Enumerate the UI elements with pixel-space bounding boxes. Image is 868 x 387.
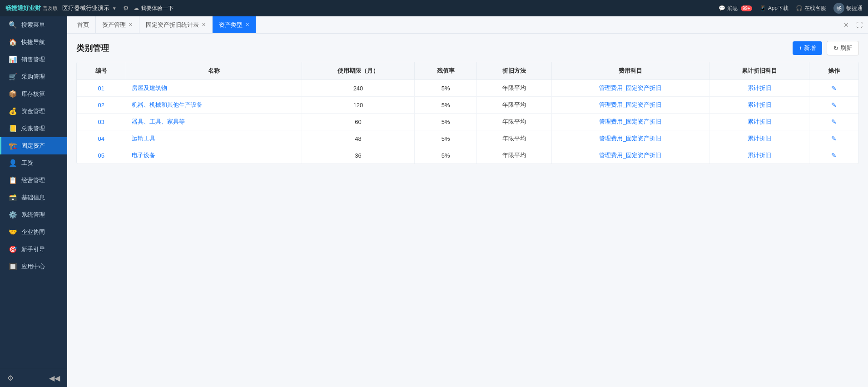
cell-period: 60 [302,114,414,130]
cell-action[interactable]: ✎ [809,130,858,147]
page-header: 类别管理 + 新增 ↻ 刷新 [76,41,859,55]
cell-code: 03 [77,114,126,130]
sidebar-item-operation[interactable]: 📋经营管理 [0,172,67,189]
cell-accum: 累计折旧 [709,114,809,130]
sidebar-item-sales[interactable]: 📊销售管理 [0,51,67,68]
tab-bar: 首页资产管理✕固定资产折旧统计表✕资产类型✕ ✕ ⛶ [67,16,868,34]
tab-label: 首页 [77,21,89,29]
header-actions: + 新增 ↻ 刷新 [793,41,859,55]
page-content: 类别管理 + 新增 ↻ 刷新 编号名称使用期限（月）残值率折旧方法费用科目累计折… [67,34,868,387]
cell-action[interactable]: ✎ [809,97,858,114]
cell-action[interactable]: ✎ [809,114,858,130]
cell-residual: 5% [415,114,477,130]
sidebar-item-label: 搜索菜单 [21,21,45,29]
sidebar-item-enterprise[interactable]: 🤝企业协同 [0,223,67,241]
chevron-down-icon: ▼ [112,6,117,11]
cell-accum: 累计折旧 [709,147,809,164]
trial-button[interactable]: ☁ 我要体验一下 [134,5,174,12]
tab-label: 资产管理 [102,21,126,29]
sidebar-item-funds[interactable]: 💰资金管理 [0,103,67,120]
cell-method: 年限平均 [477,97,552,114]
sidebar-item-guide[interactable]: 🎯新手引导 [0,241,67,258]
cell-method: 年限平均 [477,114,552,130]
cell-accum: 累计折旧 [709,80,809,97]
cell-code: 04 [77,130,126,147]
edit-icon[interactable]: ✎ [831,118,837,125]
sidebar-item-label: 库存核算 [21,90,45,98]
table-row: 01 房屋及建筑物 240 5% 年限平均 管理费用_固定资产折旧 累计折旧 ✎ [77,80,858,97]
topbar: 畅捷通好业财 普及版 医疗器械行业演示 ▼ ⚙ ☁ 我要体验一下 💬 消息 99… [0,0,868,16]
sales-icon: 📊 [9,55,17,64]
customer-service-button[interactable]: 🎧 在线客服 [796,5,826,12]
settings-icon[interactable]: ⚙ [123,5,129,12]
fixed-assets-icon: 🏗️ [9,142,17,150]
tab-bar-actions: ✕ ⛶ [842,20,864,30]
table-row: 03 器具、工具、家具等 60 5% 年限平均 管理费用_固定资产折旧 累计折旧… [77,114,858,130]
cell-action[interactable]: ✎ [809,147,858,164]
sidebar-item-basic-info[interactable]: 🗃️基础信息 [0,189,67,206]
search-icon: 🔍 [9,21,17,29]
edit-icon[interactable]: ✎ [831,135,837,142]
messages-button[interactable]: 💬 消息 99+ [719,5,752,12]
tab-close-icon[interactable]: ✕ [245,22,249,28]
cell-action[interactable]: ✎ [809,80,858,97]
cell-code: 02 [77,97,126,114]
cell-expense: 管理费用_固定资产折旧 [551,114,709,130]
enterprise-icon: 🤝 [9,228,17,236]
sidebar-item-app-center[interactable]: 🔲应用中心 [0,258,67,275]
sidebar-settings-icon[interactable]: ⚙ [7,374,14,382]
cell-method: 年限平均 [477,130,552,147]
basic-info-icon: 🗃️ [9,194,17,202]
column-header: 累计折旧科目 [709,62,809,80]
column-header: 折旧方法 [477,62,552,80]
edit-icon[interactable]: ✎ [831,84,837,92]
sidebar-item-inventory[interactable]: 📦库存核算 [0,85,67,103]
data-table: 编号名称使用期限（月）残值率折旧方法费用科目累计折旧科目操作 01 房屋及建筑物… [76,62,859,164]
tab-depreciation-table[interactable]: 固定资产折旧统计表✕ [139,16,213,33]
sidebar-item-purchase[interactable]: 🛒采购管理 [0,68,67,85]
headset-icon: 🎧 [796,5,803,11]
edit-icon[interactable]: ✎ [831,101,837,109]
sidebar-item-system[interactable]: ⚙️系统管理 [0,206,67,223]
tab-label: 资产类型 [219,21,243,29]
column-header: 操作 [809,62,858,80]
sidebar-item-label: 工资 [21,159,33,167]
app-logo: 畅捷通好业财 普及版 [5,4,58,12]
cell-name: 器具、工具、家具等 [126,114,302,130]
content-area: 首页资产管理✕固定资产折旧统计表✕资产类型✕ ✕ ⛶ 类别管理 + 新增 ↻ 刷… [67,16,868,387]
cell-method: 年限平均 [477,147,552,164]
sidebar-item-label: 企业协同 [21,228,45,236]
maximize-icon[interactable]: ⛶ [854,20,864,30]
tab-asset-type[interactable]: 资产类型✕ [213,16,256,33]
ledger-icon: 📒 [9,124,17,133]
tab-home[interactable]: 首页 [71,16,96,33]
sidebar-item-payroll[interactable]: 👤工资 [0,154,67,172]
refresh-button[interactable]: ↻ 刷新 [827,41,859,55]
edit-icon[interactable]: ✎ [831,152,837,159]
cell-residual: 5% [415,130,477,147]
sidebar-item-label: 系统管理 [21,211,45,219]
cell-expense: 管理费用_固定资产折旧 [551,147,709,164]
new-button[interactable]: + 新增 [793,41,822,55]
app-download-button[interactable]: 📱 App下载 [759,5,789,12]
tab-close-icon[interactable]: ✕ [202,22,206,28]
close-tab-icon[interactable]: ✕ [842,20,851,30]
column-header: 使用期限（月） [302,62,414,80]
sidebar-item-ledger[interactable]: 📒总账管理 [0,120,67,137]
company-selector[interactable]: 医疗器械行业演示 ▼ [62,4,117,12]
sidebar-item-quick-nav[interactable]: 🏠快捷导航 [0,34,67,51]
sidebar-collapse-icon[interactable]: ◀◀ [49,374,60,382]
cell-name: 运输工具 [126,130,302,147]
tab-asset-mgmt[interactable]: 资产管理✕ [96,16,139,33]
sidebar-item-label: 新手引导 [21,245,45,253]
user-menu[interactable]: 畅 畅捷通 [833,3,863,14]
cell-residual: 5% [415,80,477,97]
topbar-right: 💬 消息 99+ 📱 App下载 🎧 在线客服 畅 畅捷通 [719,3,863,14]
sidebar-item-search[interactable]: 🔍搜索菜单 [0,16,67,34]
sidebar-item-label: 采购管理 [21,73,45,81]
tab-close-icon[interactable]: ✕ [129,22,133,28]
sidebar-item-label: 总账管理 [21,124,45,133]
sidebar-item-label: 基础信息 [21,194,45,202]
sidebar-item-fixed-assets[interactable]: 🏗️固定资产 [0,137,67,154]
cell-expense: 管理费用_固定资产折旧 [551,97,709,114]
